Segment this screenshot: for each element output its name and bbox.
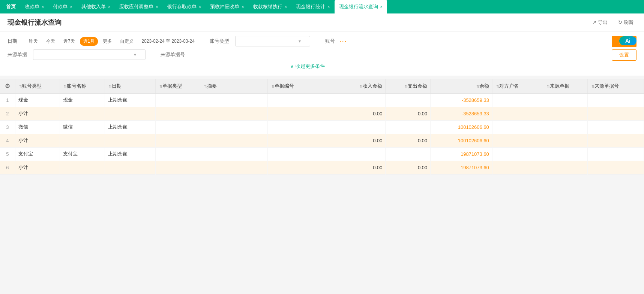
- close-icon[interactable]: ×: [108, 4, 110, 9]
- refresh-button[interactable]: ↻ 刷新: [615, 18, 636, 27]
- refresh-icon: ↻: [618, 19, 622, 25]
- col-header-summary[interactable]: ⇅摘要: [200, 79, 268, 93]
- row-number: 6: [0, 161, 15, 174]
- page-header: 现金银行流水查询 ↗ 导出 ↻ 刷新: [0, 13, 644, 31]
- export-button[interactable]: ↗ 导出: [589, 18, 611, 27]
- col-header-doc-no[interactable]: ⇅单据编号: [268, 79, 335, 93]
- cell-summary: [200, 107, 268, 120]
- col-header-counterparty[interactable]: ⇅对方户名: [492, 79, 543, 93]
- chevron-up-icon: ∧: [290, 64, 294, 69]
- cell-source_doc_no: [588, 93, 644, 107]
- date-label: 日期: [8, 38, 23, 45]
- cell-source_doc_no: [588, 147, 644, 161]
- close-icon[interactable]: ×: [327, 4, 330, 9]
- cell-date: 上期余额: [105, 93, 156, 107]
- close-icon[interactable]: ×: [380, 4, 383, 9]
- table-row[interactable]: 3微信微信上期余额100102606.60: [0, 120, 644, 134]
- date-btn-custom[interactable]: 自定义: [117, 37, 137, 46]
- date-range: 2023-02-24 至 2023-03-24: [141, 38, 194, 45]
- cell-income: [335, 147, 386, 161]
- settings-button[interactable]: 设置: [612, 49, 636, 61]
- col-header-date[interactable]: ⇅日期: [105, 79, 156, 93]
- export-icon: ↗: [592, 19, 596, 25]
- col-header-doc-type[interactable]: ⇅单据类型: [155, 79, 200, 93]
- cell-summary: [200, 134, 268, 147]
- col-header-balance[interactable]: ⇅余额: [431, 79, 492, 93]
- date-btn-yesterday[interactable]: 昨天: [26, 37, 41, 46]
- col-header-gear[interactable]: ⚙: [0, 79, 15, 93]
- nav-item-ar-ap-adjust[interactable]: 应收应付调整单 ×: [115, 0, 162, 13]
- cell-income: 0.00: [335, 161, 386, 174]
- nav-item-receipt[interactable]: 收款单 ×: [20, 0, 48, 13]
- nav-item-cash-bank-stat[interactable]: 现金银行统计 ×: [291, 0, 334, 13]
- nav-item-home[interactable]: 首页: [2, 0, 20, 13]
- account-dots-button[interactable]: ···: [339, 37, 347, 45]
- table-row[interactable]: 2小计0.000.00-3528659.33: [0, 107, 644, 120]
- nav-item-payment[interactable]: 付款单 ×: [48, 0, 77, 13]
- col-header-expense[interactable]: ⇅支出金额: [386, 79, 431, 93]
- close-icon[interactable]: ×: [242, 4, 244, 9]
- cell-source_doc: [543, 161, 588, 174]
- cell-account_type: 支付宝: [15, 147, 60, 161]
- date-btn-1month[interactable]: 近1月: [80, 37, 98, 46]
- date-options: 昨天 今天 近7天 近1月 更多 自定义: [26, 37, 137, 46]
- col-header-source-doc[interactable]: ⇅来源单据: [543, 79, 588, 93]
- cell-income: 0.00: [335, 134, 386, 147]
- source-doc-select[interactable]: ▾: [33, 49, 146, 60]
- cell-doc_no: [268, 107, 335, 120]
- close-icon[interactable]: ×: [285, 4, 287, 9]
- nav-item-bank-deposit[interactable]: 银行存取款单 ×: [163, 0, 206, 13]
- col-header-account-type[interactable]: ⇅账号类型: [15, 79, 60, 93]
- data-table: ⚙ ⇅账号类型 ⇅账号名称 ⇅日期 ⇅单据类型 ⇅摘要 ⇅单据编: [0, 79, 644, 175]
- nav-item-cash-bank-flow[interactable]: 现金银行流水查询 ×: [335, 0, 387, 13]
- nav-item-prepay-offset[interactable]: 预收冲应收单 ×: [206, 0, 248, 13]
- row-number: 1: [0, 93, 15, 107]
- data-table-container: ⚙ ⇅账号类型 ⇅账号名称 ⇅日期 ⇅单据类型 ⇅摘要 ⇅单据编: [0, 79, 644, 175]
- ai-button[interactable]: Ai: [619, 36, 636, 45]
- cell-income: [335, 120, 386, 134]
- close-icon[interactable]: ×: [199, 4, 201, 9]
- close-icon[interactable]: ×: [70, 4, 72, 9]
- date-btn-7days[interactable]: 近7天: [60, 37, 78, 46]
- cell-source_doc_no: [588, 134, 644, 147]
- cell-doc_no: [268, 147, 335, 161]
- chevron-down-icon: ▾: [134, 52, 136, 57]
- cell-counterparty: [492, 134, 543, 147]
- col-header-account-name[interactable]: ⇅账号名称: [60, 79, 105, 93]
- cell-balance: 19871073.60: [431, 161, 492, 174]
- top-navigation: 首页 收款单 × 付款单 × 其他收入单 × 应收应付调整单 × 银行存取款单 …: [0, 0, 644, 13]
- cell-doc_no: [268, 134, 335, 147]
- cell-doc_no: [268, 161, 335, 174]
- col-header-income[interactable]: ⇅收入金额: [335, 79, 386, 93]
- row-number: 2: [0, 107, 15, 120]
- table-row[interactable]: 6小计0.000.0019871073.60: [0, 161, 644, 174]
- cell-counterparty: [492, 107, 543, 120]
- cell-expense: [386, 120, 431, 134]
- nav-item-other-income[interactable]: 其他收入单 ×: [77, 0, 115, 13]
- table-row[interactable]: 4小计0.000.00100102606.60: [0, 134, 644, 147]
- table-row[interactable]: 5支付宝支付宝上期余额19871073.60: [0, 147, 644, 161]
- col-header-source-doc-no[interactable]: ⇅来源单据号: [588, 79, 644, 93]
- cell-expense: [386, 93, 431, 107]
- cell-source_doc_no: [588, 120, 644, 134]
- close-icon[interactable]: ×: [156, 4, 158, 9]
- source-doc-no-input[interactable]: [190, 50, 302, 59]
- row-number: 4: [0, 134, 15, 147]
- source-doc-no-label: 来源单据号: [161, 51, 187, 58]
- cell-income: [335, 93, 386, 107]
- cell-summary: [200, 93, 268, 107]
- cell-date: [105, 161, 156, 174]
- account-type-select[interactable]: ▾: [235, 36, 310, 46]
- cell-summary: [200, 161, 268, 174]
- collapse-button[interactable]: ∧ 收起更多条件: [8, 61, 607, 71]
- gear-icon[interactable]: ⚙: [5, 83, 10, 89]
- cell-balance: -3528659.33: [431, 93, 492, 107]
- filter-row-1: 日期 昨天 今天 近7天 近1月 更多 自定义 2023-02-24 至 202…: [8, 36, 607, 46]
- cell-doc_no: [268, 120, 335, 134]
- close-icon[interactable]: ×: [42, 4, 44, 9]
- nav-item-receipt-verify[interactable]: 收款核销执行 ×: [249, 0, 291, 13]
- date-btn-more[interactable]: 更多: [99, 37, 115, 46]
- cell-summary: [200, 147, 268, 161]
- table-row[interactable]: 1现金现金上期余额-3528659.33: [0, 93, 644, 107]
- date-btn-today[interactable]: 今天: [43, 37, 59, 46]
